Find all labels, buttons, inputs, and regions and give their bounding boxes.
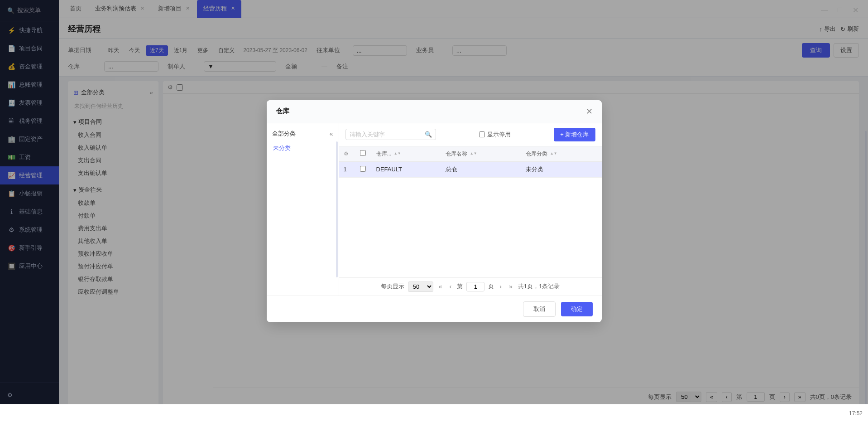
dialog-table-wrap: ⚙ 仓库... ▲▼ 仓库名称 <box>339 146 602 277</box>
window-controls: — □ ✕ <box>812 0 868 20</box>
dialog-select-all[interactable] <box>360 150 366 156</box>
dialog-left-scrollbar[interactable] <box>336 141 338 277</box>
dialog-category-uncategorized[interactable]: 未分类 <box>267 141 339 155</box>
dlg-page-size-label: 每页显示 <box>381 282 404 291</box>
sort-arrows-name: ▲▼ <box>470 152 477 155</box>
dialog-left-header: 全部分类 « <box>267 128 339 141</box>
time-display: 17:52 <box>849 410 863 417</box>
row-warehouse-category: 未分类 <box>521 161 601 177</box>
dialog-body: 全部分类 « 未分类 🔍 显示停用 + <box>267 123 602 296</box>
th-checkbox <box>355 146 372 162</box>
cancel-button[interactable]: 取消 <box>523 301 556 317</box>
dialog-pagination: 每页显示 50 100 « ‹ 第 页 › » 共1页，1条记录 <box>339 277 602 296</box>
dialog-search-box[interactable]: 🔍 <box>345 129 436 140</box>
sort-arrows-cat: ▲▼ <box>550 152 557 155</box>
show-disabled-checkbox[interactable]: 显示停用 <box>479 131 511 139</box>
taskbar: 17:52 <box>0 404 868 422</box>
dialog-collapse-button[interactable]: « <box>330 130 333 137</box>
dialog-left-panel: 全部分类 « 未分类 <box>267 123 339 296</box>
minimize-button[interactable]: — <box>819 5 830 15</box>
dialog-left-title: 全部分类 <box>272 130 296 138</box>
disabled-checkbox-input[interactable] <box>479 131 485 137</box>
row-warehouse-name: 总仓 <box>441 161 521 177</box>
dialog-close-button[interactable]: ✕ <box>586 107 593 116</box>
modal-overlay: 仓库 ✕ 全部分类 « 未分类 🔍 <box>0 0 868 422</box>
th-warehouse-name-label: 仓库名称 <box>446 150 467 157</box>
dialog-search-input[interactable] <box>350 131 422 138</box>
row-checkbox-cell <box>355 161 372 177</box>
dialog-last-page[interactable]: » <box>507 282 514 291</box>
dialog-toolbar: 🔍 显示停用 + 新增仓库 <box>339 123 602 146</box>
dialog-table: ⚙ 仓库... ▲▼ 仓库名称 <box>339 146 602 178</box>
row-checkbox[interactable] <box>360 166 366 172</box>
dialog-title: 仓库 <box>276 107 289 116</box>
dialog-header: 仓库 ✕ <box>267 100 602 123</box>
dialog-table-row[interactable]: 1 DEFAULT 总仓 未分类 <box>339 161 602 177</box>
dialog-search-icon: 🔍 <box>425 131 432 138</box>
maximize-button[interactable]: □ <box>834 5 845 15</box>
sort-arrows-code: ▲▼ <box>394 152 401 155</box>
show-disabled-label: 显示停用 <box>487 131 511 139</box>
close-button[interactable]: ✕ <box>850 5 861 15</box>
th-gear: ⚙ <box>339 146 355 162</box>
dialog-first-page[interactable]: « <box>437 282 444 291</box>
th-warehouse-category-label: 仓库分类 <box>526 150 547 157</box>
dialog-page-input[interactable] <box>466 282 484 291</box>
dlg-page-label: 第 <box>457 282 463 291</box>
dlg-total-info: 共1页，1条记录 <box>518 282 560 291</box>
dialog-footer: 取消 确定 <box>267 296 602 322</box>
dlg-page-suffix: 页 <box>488 282 494 291</box>
dialog-right-panel: 🔍 显示停用 + 新增仓库 ⚙ <box>339 123 602 296</box>
th-warehouse-code[interactable]: 仓库... ▲▼ <box>372 146 441 162</box>
dialog-table-header-row: ⚙ 仓库... ▲▼ 仓库名称 <box>339 146 602 162</box>
th-warehouse-name[interactable]: 仓库名称 ▲▼ <box>441 146 521 162</box>
dialog-prev-page[interactable]: ‹ <box>448 282 454 291</box>
dialog-table-gear-icon[interactable]: ⚙ <box>344 150 349 157</box>
dialog-next-page[interactable]: › <box>498 282 504 291</box>
th-warehouse-code-label: 仓库... <box>376 150 392 157</box>
th-warehouse-category[interactable]: 仓库分类 ▲▼ <box>521 146 601 162</box>
row-warehouse-code: DEFAULT <box>372 161 441 177</box>
row-seq: 1 <box>339 161 355 177</box>
dialog-page-size-select[interactable]: 50 100 <box>408 281 433 292</box>
confirm-button[interactable]: 确定 <box>561 302 593 316</box>
add-warehouse-button[interactable]: + 新增仓库 <box>554 128 595 141</box>
warehouse-dialog: 仓库 ✕ 全部分类 « 未分类 🔍 <box>267 100 602 322</box>
